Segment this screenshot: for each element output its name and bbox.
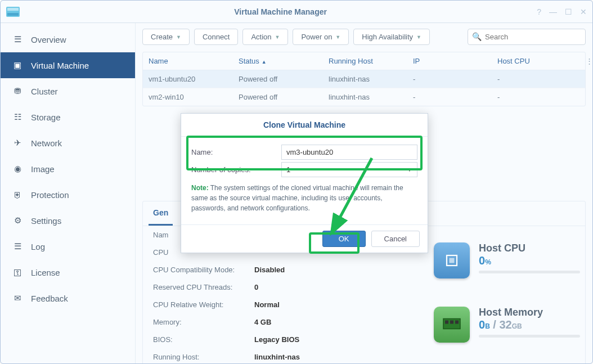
col-running-host[interactable]: Running Host — [329, 57, 413, 65]
sidebar-item-cluster[interactable]: ⛃Cluster — [1, 78, 135, 104]
app-window: Virtual Machine Manager ? — ☐ ✕ ☰Overvie… — [0, 0, 593, 364]
col-host-cpu[interactable]: Host CPU — [497, 57, 582, 65]
table-header: Name Status▲ Running Host IP Host CPU ⋮ — [143, 52, 585, 70]
clone-vm-dialog: Clone Virtual Machine Name: Number of co… — [181, 113, 428, 253]
chevron-down-icon: ▼ — [275, 34, 280, 40]
more-columns-icon[interactable]: ⋮ — [582, 57, 592, 65]
vm-table: Name Status▲ Running Host IP Host CPU ⋮ … — [142, 52, 586, 106]
gear-icon: ⚙ — [12, 215, 23, 226]
sort-asc-icon: ▲ — [262, 59, 267, 65]
overview-icon: ☰ — [12, 34, 23, 44]
titlebar: Virtual Machine Manager ? — ☐ ✕ — [1, 1, 592, 23]
sidebar-item-storage[interactable]: ☷Storage — [1, 104, 135, 130]
col-name[interactable]: Name — [149, 57, 239, 65]
chevron-down-icon: ▼ — [335, 34, 340, 40]
sidebar-item-network[interactable]: ✈Network — [1, 130, 135, 156]
connect-button[interactable]: Connect — [194, 29, 238, 45]
copies-select[interactable]: 1 ▼ — [281, 162, 417, 177]
window-title: Virtual Machine Manager — [24, 7, 537, 16]
toolbar: Create▼ Connect Action▼ Power on▼ High A… — [142, 29, 586, 45]
sidebar-item-image[interactable]: ◉Image — [1, 156, 135, 182]
sidebar-item-log[interactable]: ☰Log — [1, 233, 135, 259]
sidebar-item-virtual-machine[interactable]: ▣Virtual Machine — [1, 52, 135, 78]
svg-rect-3 — [445, 321, 448, 324]
ok-button[interactable]: OK — [322, 231, 366, 247]
chevron-down-icon: ▼ — [176, 34, 181, 40]
chevron-down-icon: ▼ — [407, 167, 412, 173]
col-ip[interactable]: IP — [413, 57, 497, 65]
col-status[interactable]: Status▲ — [239, 57, 329, 65]
name-field[interactable] — [281, 145, 417, 160]
table-row[interactable]: vm1-ubuntu20 Powered off linuxhint-nas -… — [143, 70, 585, 88]
key-icon: ⚿ — [12, 267, 23, 277]
cpu-icon — [434, 242, 470, 278]
create-button[interactable]: Create▼ — [142, 29, 190, 45]
protection-icon: ⛨ — [12, 190, 23, 200]
memory-bar — [479, 335, 580, 338]
chevron-down-icon: ▼ — [416, 34, 421, 40]
host-cpu-stat: Host CPU 0% — [434, 242, 580, 278]
sidebar: ☰Overview ▣Virtual Machine ⛃Cluster ☷Sto… — [1, 23, 136, 363]
sidebar-item-protection[interactable]: ⛨Protection — [1, 182, 135, 208]
sidebar-item-license[interactable]: ⚿License — [1, 259, 135, 285]
minimize-icon[interactable]: — — [549, 7, 557, 16]
copies-label: Number of copies: — [191, 165, 281, 174]
search-box: 🔍 — [468, 29, 586, 45]
host-memory-stat: Host Memory 0B / 32GB — [434, 307, 580, 343]
high-availability-button[interactable]: High Availability▼ — [353, 29, 430, 45]
table-row[interactable]: vm2-win10 Powered off linuxhint-nas - - — [143, 88, 585, 106]
app-icon — [6, 7, 20, 17]
mail-icon: ✉ — [12, 293, 23, 303]
cancel-button[interactable]: Cancel — [371, 231, 420, 247]
power-on-button[interactable]: Power on▼ — [293, 29, 349, 45]
action-button[interactable]: Action▼ — [242, 29, 288, 45]
tab-general[interactable]: Gen — [149, 201, 173, 226]
sidebar-item-settings[interactable]: ⚙Settings — [1, 208, 135, 233]
maximize-icon[interactable]: ☐ — [565, 7, 572, 16]
sidebar-item-feedback[interactable]: ✉Feedback — [1, 285, 135, 311]
cpu-bar — [479, 271, 580, 273]
svg-rect-1 — [450, 258, 455, 263]
search-icon: 🔍 — [472, 32, 482, 41]
svg-rect-4 — [450, 321, 453, 324]
svg-rect-5 — [455, 321, 459, 324]
dialog-title: Clone Virtual Machine — [181, 114, 428, 137]
close-icon[interactable]: ✕ — [580, 7, 587, 16]
note-text: Note: The system settings of the cloned … — [191, 183, 417, 213]
help-icon[interactable]: ? — [537, 7, 541, 16]
image-icon: ◉ — [12, 164, 23, 174]
network-icon: ✈ — [12, 138, 23, 148]
storage-icon: ☷ — [12, 112, 23, 122]
sidebar-item-overview[interactable]: ☰Overview — [1, 26, 135, 52]
cluster-icon: ⛃ — [12, 86, 23, 96]
stats-panel: Host CPU 0% Host Memory 0B / 32GB — [434, 242, 580, 363]
search-input[interactable] — [468, 29, 586, 45]
vm-icon: ▣ — [12, 60, 23, 70]
name-label: Name: — [191, 148, 281, 156]
memory-icon — [434, 307, 470, 343]
log-icon: ☰ — [12, 241, 23, 251]
